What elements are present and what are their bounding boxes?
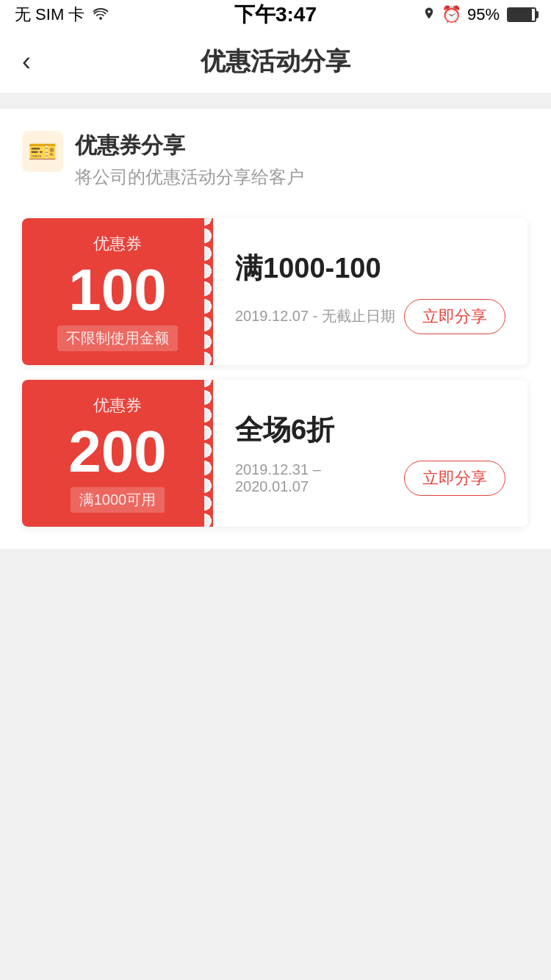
share-button-1[interactable]: 立即分享 [404, 299, 505, 334]
status-left: 无 SIM 卡 [15, 4, 109, 26]
coupon-label-2: 优惠券 [93, 394, 142, 417]
coupon-condition-1: 不限制使用金额 [57, 325, 178, 351]
alarm-icon: ⏰ [442, 5, 461, 24]
battery-text: 95% [467, 5, 500, 24]
battery-icon [507, 7, 536, 22]
coupon-left-1: 优惠券 100 不限制使用金额 [22, 218, 213, 365]
coupon-right-1: 满1000-100 2019.12.07 - 无截止日期 立即分享 [213, 218, 527, 365]
carrier-text: 无 SIM 卡 [15, 4, 84, 26]
coupon-card-2: 优惠券 200 满1000可用 全场6折 2019.12.31 – 2020.0… [22, 380, 527, 527]
coupon-condition-2: 满1000可用 [71, 487, 165, 513]
coupon-left-2: 优惠券 200 满1000可用 [22, 380, 213, 527]
coupon-list: 优惠券 100 不限制使用金额 满1000-100 2019.12.07 - 无… [0, 203, 551, 549]
coupon-card-1: 优惠券 100 不限制使用金额 满1000-100 2019.12.07 - 无… [22, 218, 527, 365]
section-text: 优惠券分享 将公司的优惠活动分享给客户 [75, 131, 304, 189]
coupon-amount-2: 200 [68, 422, 166, 481]
back-button[interactable]: ‹ [22, 46, 31, 77]
wifi-icon [92, 5, 109, 24]
coupon-amount-1: 100 [68, 261, 166, 320]
coupon-date-2: 2019.12.31 – 2020.01.07 [235, 461, 397, 495]
section-title: 优惠券分享 [75, 131, 304, 161]
coupon-name-1: 满1000-100 [235, 250, 505, 287]
coupon-section-icon: 🎫 [22, 131, 63, 172]
location-icon [422, 5, 436, 24]
status-right: ⏰ 95% [422, 5, 536, 24]
status-time: 下午3:47 [234, 1, 317, 29]
coupon-date-1: 2019.12.07 - 无截止日期 [235, 306, 395, 326]
coupon-name-2: 全场6折 [235, 411, 505, 449]
nav-title: 优惠活动分享 [201, 45, 350, 79]
status-bar: 无 SIM 卡 下午3:47 ⏰ 95% [0, 0, 551, 29]
coupon-right-2: 全场6折 2019.12.31 – 2020.01.07 立即分享 [213, 380, 527, 527]
page-background [0, 549, 551, 960]
section-header: 🎫 优惠券分享 将公司的优惠活动分享给客户 [0, 109, 551, 203]
coupon-label-1: 优惠券 [93, 233, 142, 255]
share-button-2[interactable]: 立即分享 [404, 461, 505, 496]
coupon-meta-2: 2019.12.31 – 2020.01.07 立即分享 [235, 461, 505, 496]
section-subtitle: 将公司的优惠活动分享给客户 [75, 165, 304, 189]
nav-bar: ‹ 优惠活动分享 [0, 29, 551, 94]
coupon-meta-1: 2019.12.07 - 无截止日期 立即分享 [235, 299, 505, 334]
